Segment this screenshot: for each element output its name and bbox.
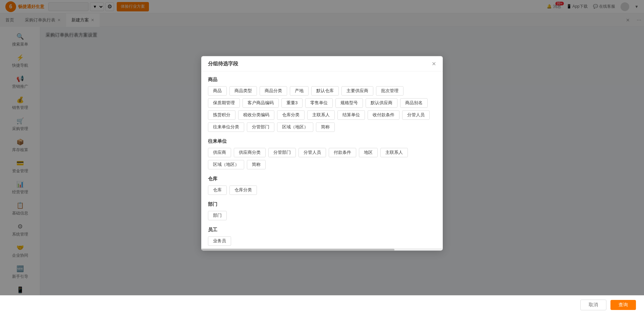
field-tag[interactable]: 重量3 <box>281 98 303 108</box>
field-tag[interactable]: 规格型号 <box>335 98 363 108</box>
field-tag[interactable]: 部门 <box>208 211 227 220</box>
field-tag[interactable]: 供应商分类 <box>234 148 266 157</box>
scrollbar-thumb <box>201 249 394 250</box>
field-tags-department: 部门 <box>208 211 436 220</box>
field-tag[interactable]: 仓库分类 <box>229 185 257 195</box>
modal-horizontal-scrollbar[interactable] <box>201 248 443 250</box>
field-tag[interactable]: 主联系人 <box>380 148 408 157</box>
field-tag[interactable]: 结算单位 <box>337 110 365 120</box>
modal-title: 分组待选字段 <box>208 61 238 67</box>
field-tag[interactable]: 简称 <box>247 160 266 169</box>
field-tag[interactable]: 产地 <box>290 86 309 96</box>
field-tag[interactable]: 默认供应商 <box>366 98 397 108</box>
field-tag[interactable]: 主联系人 <box>307 110 335 120</box>
field-group-goods: 商品商品商品类型商品分类产地默认仓库主要供应商批次管理保质期管理客户商品编码重量… <box>208 77 436 132</box>
field-tag[interactable]: 商品别名 <box>400 98 428 108</box>
field-tags-partners: 供应商供应商分类分管部门分管人员付款条件地区主联系人区域（地区）简称 <box>208 148 436 169</box>
field-tag[interactable]: 客户商品编码 <box>243 98 279 108</box>
field-tag[interactable]: 简称 <box>316 122 335 132</box>
field-tag[interactable]: 商品 <box>208 86 227 96</box>
field-tag[interactable]: 仓库分类 <box>277 110 305 120</box>
field-tag[interactable]: 区域（地区） <box>208 160 244 169</box>
field-tag[interactable]: 拣货积分 <box>208 110 235 120</box>
field-tag[interactable]: 主要供应商 <box>341 86 373 96</box>
field-group-title-employee: 员工 <box>208 227 436 233</box>
field-tag[interactable]: 地区 <box>359 148 378 157</box>
field-tag[interactable]: 批次管理 <box>376 86 404 96</box>
field-tags-warehouse: 仓库仓库分类 <box>208 185 436 195</box>
field-group-title-goods: 商品 <box>208 77 436 83</box>
field-tags-goods: 商品商品类型商品分类产地默认仓库主要供应商批次管理保质期管理客户商品编码重量3零… <box>208 86 436 132</box>
field-tag[interactable]: 业务员 <box>208 236 231 246</box>
field-group-warehouse: 仓库仓库仓库分类 <box>208 176 436 195</box>
field-tag[interactable]: 零售单位 <box>305 98 333 108</box>
field-tag[interactable]: 税收分类编码 <box>238 110 274 120</box>
field-tag[interactable]: 往来单位分类 <box>208 122 244 132</box>
modal-body: 商品商品商品类型商品分类产地默认仓库主要供应商批次管理保质期管理客户商品编码重量… <box>201 71 443 248</box>
field-group-partners: 往来单位供应商供应商分类分管部门分管人员付款条件地区主联系人区域（地区）简称 <box>208 138 436 169</box>
field-tag[interactable]: 收付款条件 <box>368 110 399 120</box>
field-group-title-partners: 往来单位 <box>208 138 436 144</box>
field-tag[interactable]: 保质期管理 <box>208 98 240 108</box>
field-tags-employee: 业务员 <box>208 236 436 246</box>
field-group-title-warehouse: 仓库 <box>208 176 436 182</box>
modal-close-button[interactable]: ✕ <box>432 61 436 67</box>
field-tag[interactable]: 分管人员 <box>299 148 326 157</box>
bottom-action-bar: 取消 查询 <box>0 295 644 314</box>
field-group-employee: 员工业务员 <box>208 227 436 246</box>
confirm-button[interactable]: 查询 <box>610 300 636 310</box>
field-tag[interactable]: 仓库 <box>208 185 227 195</box>
modal-header: 分组待选字段 ✕ <box>201 56 443 71</box>
field-tag[interactable]: 分管部门 <box>268 148 296 157</box>
field-tag[interactable]: 分管部门 <box>247 122 274 132</box>
field-group-title-department: 部门 <box>208 201 436 207</box>
field-tag[interactable]: 分管人员 <box>402 110 430 120</box>
cancel-button[interactable]: 取消 <box>580 300 606 310</box>
field-tag[interactable]: 付款条件 <box>329 148 356 157</box>
field-tag[interactable]: 商品分类 <box>260 86 287 96</box>
field-tag[interactable]: 默认仓库 <box>311 86 339 96</box>
field-tag[interactable]: 区域（地区） <box>277 122 313 132</box>
field-tag[interactable]: 供应商 <box>208 148 231 157</box>
field-select-modal: 分组待选字段 ✕ 商品商品商品类型商品分类产地默认仓库主要供应商批次管理保质期管… <box>201 56 443 250</box>
field-tag[interactable]: 商品类型 <box>229 86 257 96</box>
field-group-department: 部门部门 <box>208 201 436 220</box>
